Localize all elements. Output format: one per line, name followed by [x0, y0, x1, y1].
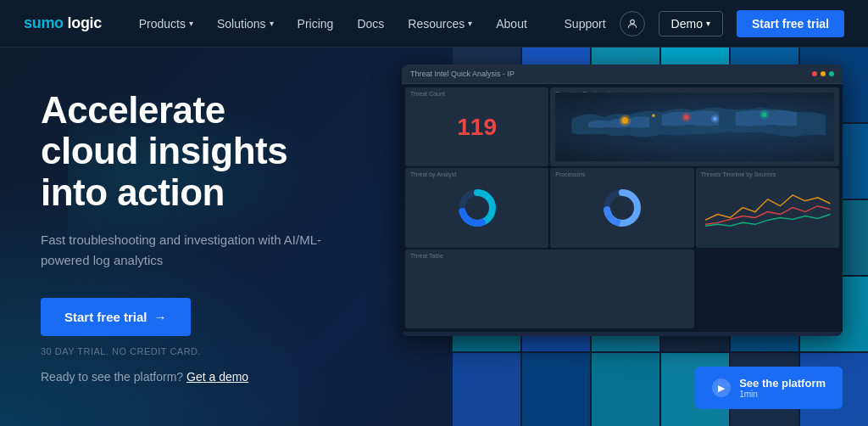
logo-text1: sumo [24, 14, 64, 31]
user-icon[interactable] [620, 11, 645, 36]
hero-section: Threat Intel Quick Analysis - IP Threat … [0, 48, 868, 426]
svg-point-34 [682, 112, 692, 122]
svg-rect-26 [522, 353, 590, 426]
chart-label: Threats Timeline by Sources [701, 171, 776, 177]
geo-map-panel: Threat by Geo Location [550, 87, 839, 166]
table-row [544, 283, 554, 287]
arrow-icon: → [154, 310, 167, 324]
nav-links: Products ▾ Solutions ▾ Pricing Docs Reso… [139, 17, 527, 31]
threat-table-panel: Threat Table [405, 249, 694, 328]
donut2-label: Processors [555, 171, 585, 177]
processors-panel: Processors [550, 168, 693, 247]
minimize-dot [821, 71, 826, 76]
svg-point-38 [711, 115, 720, 123]
hero-heading: Accelerate cloud insights into action [41, 90, 329, 213]
trial-note: 30 DAY TRIAL. NO CREDIT CARD. [41, 346, 329, 356]
table-row [544, 294, 554, 299]
hero-subtext: Fast troubleshooting and investigation w… [41, 230, 329, 271]
chevron-down-icon: ▾ [468, 19, 472, 28]
maximize-dot [829, 71, 834, 76]
dashboard-title: Threat Intel Quick Analysis - IP [410, 70, 515, 78]
navbar: sumo logic Products ▾ Solutions ▾ Pricin… [0, 0, 868, 48]
nav-products[interactable]: Products ▾ [139, 17, 193, 31]
nav-pricing[interactable]: Pricing [298, 17, 334, 31]
close-dot [812, 71, 817, 76]
nav-start-trial-button[interactable]: Start free trial [737, 10, 844, 37]
dashboard-content: Threat Count 119 Threat by Geo Location [402, 84, 843, 332]
demo-button[interactable]: Demo ▾ [659, 11, 723, 36]
donut1-label: Threat by Analyst [410, 171, 456, 177]
table-label: Threat Table [410, 253, 443, 259]
timeline-chart-panel: Threats Timeline by Sources [696, 168, 839, 247]
demo-prompt-text: Ready to see the platform? Get a demo [41, 370, 329, 384]
nav-right: Support Demo ▾ Start free trial [565, 10, 844, 37]
nav-resources[interactable]: Resources ▾ [408, 17, 472, 31]
play-icon: ▶ [712, 378, 731, 397]
logo-text2: logic [68, 14, 103, 31]
hero-start-trial-button[interactable]: Start free trial → [41, 298, 191, 336]
nav-solutions[interactable]: Solutions ▾ [217, 17, 274, 31]
dashboard-screenshot: Threat Intel Quick Analysis - IP Threat … [402, 64, 843, 336]
dashboard-header: Threat Intel Quick Analysis - IP [402, 64, 843, 84]
chevron-down-icon: ▾ [706, 19, 710, 28]
chevron-down-icon: ▾ [270, 19, 274, 28]
chevron-down-icon: ▾ [189, 19, 193, 28]
logo[interactable]: sumo logic [24, 14, 102, 32]
hero-text-content: Accelerate cloud insights into action Fa… [0, 48, 329, 426]
table-row [544, 300, 554, 305]
platform-btn-text: See the platform 1min [739, 377, 826, 399]
svg-point-32 [620, 115, 632, 126]
get-demo-link[interactable]: Get a demo [186, 370, 248, 384]
table-row [544, 289, 554, 293]
svg-point-39 [652, 114, 655, 117]
svg-rect-27 [592, 353, 659, 426]
see-platform-button[interactable]: ▶ See the platform 1min [695, 367, 843, 409]
svg-rect-25 [453, 353, 520, 426]
nav-about[interactable]: About [496, 17, 527, 31]
table-row [544, 306, 554, 311]
nav-support[interactable]: Support [565, 17, 606, 31]
threat-count-panel: Threat Count 119 [405, 87, 548, 166]
world-map [555, 92, 834, 161]
threat-analyst-panel: Threat by Analyst [405, 168, 548, 247]
window-controls [812, 71, 834, 76]
nav-docs[interactable]: Docs [357, 17, 384, 31]
table-row [544, 277, 554, 281]
svg-point-0 [630, 20, 634, 24]
big-number: 119 [457, 114, 497, 141]
panel-label: Threat Count [410, 91, 445, 97]
svg-point-36 [760, 109, 770, 120]
